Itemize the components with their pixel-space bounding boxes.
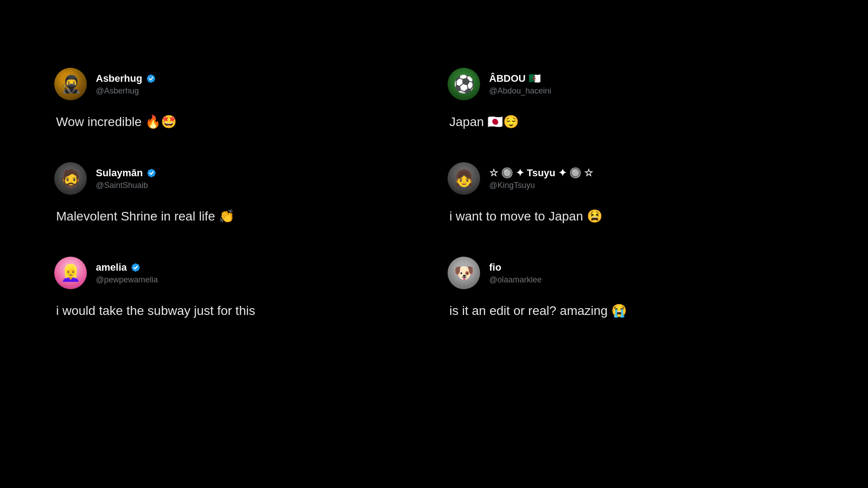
- comment-block-tsuyu: ☆ 🔘 ✦ Tsuyu ✦ 🔘 ☆ @KingTsuyu i want to m…: [439, 149, 832, 243]
- user-info: amelia @pewpewamelia: [96, 262, 158, 285]
- avatar: [448, 68, 480, 100]
- handle: @Asberhug: [96, 86, 156, 96]
- username-row: amelia: [96, 262, 158, 273]
- user-info: Asberhug @Asberhug: [96, 73, 156, 96]
- username: ÂBDOU 🇩🇿: [489, 73, 541, 84]
- comment-header: ÂBDOU 🇩🇿 @Abdou_haceini: [448, 68, 805, 100]
- username: Asberhug: [96, 73, 142, 84]
- username: fio: [489, 262, 501, 273]
- username-row: ☆ 🔘 ✦ Tsuyu ✦ 🔘 ☆: [489, 167, 593, 179]
- avatar: [448, 162, 480, 195]
- comment-text: Malevolent Shrine in real life 👏: [54, 207, 411, 225]
- avatar: [54, 162, 87, 195]
- verified-badge: [131, 263, 141, 272]
- avatar: [54, 68, 87, 100]
- handle: @SaintShuaib: [96, 181, 156, 190]
- comment-block-fio: fio @olaamarklee is it an edit or real? …: [439, 243, 832, 338]
- comment-block-abdou: ÂBDOU 🇩🇿 @Abdou_haceini Japan 🇯🇵😌: [439, 54, 832, 149]
- username-row: ÂBDOU 🇩🇿: [489, 73, 551, 84]
- comment-header: fio @olaamarklee: [448, 257, 805, 289]
- comment-header: Asberhug @Asberhug: [54, 68, 411, 100]
- username: ☆ 🔘 ✦ Tsuyu ✦ 🔘 ☆: [489, 167, 593, 179]
- right-column: ÂBDOU 🇩🇿 @Abdou_haceini Japan 🇯🇵😌 ☆ 🔘 ✦ …: [439, 54, 832, 338]
- verified-badge: [146, 168, 156, 178]
- comment-block-asberhug: Asberhug @Asberhug Wow incredible 🔥🤩: [45, 54, 439, 149]
- username-row: Asberhug: [96, 73, 156, 84]
- handle: @Abdou_haceini: [489, 86, 551, 96]
- comment-block-amelia: amelia @pewpewamelia i would take the su…: [45, 243, 439, 338]
- avatar: [54, 257, 87, 289]
- comment-text: Wow incredible 🔥🤩: [54, 113, 411, 131]
- handle: @pewpewamelia: [96, 275, 158, 285]
- username-row: Sulaymān: [96, 167, 156, 179]
- comments-grid: Asberhug @Asberhug Wow incredible 🔥🤩: [0, 0, 868, 374]
- user-info: ÂBDOU 🇩🇿 @Abdou_haceini: [489, 73, 551, 96]
- verified-badge: [146, 74, 156, 84]
- user-info: ☆ 🔘 ✦ Tsuyu ✦ 🔘 ☆ @KingTsuyu: [489, 167, 593, 190]
- comment-text: is it an edit or real? amazing 😭: [448, 302, 805, 319]
- left-column: Asberhug @Asberhug Wow incredible 🔥🤩: [45, 54, 439, 338]
- comment-header: ☆ 🔘 ✦ Tsuyu ✦ 🔘 ☆ @KingTsuyu: [448, 162, 805, 195]
- comment-text: i would take the subway just for this: [54, 302, 411, 319]
- user-info: Sulaymān @SaintShuaib: [96, 167, 156, 190]
- user-info: fio @olaamarklee: [489, 262, 542, 285]
- comment-text: i want to move to Japan 😫: [448, 207, 805, 225]
- comment-header: Sulaymān @SaintShuaib: [54, 162, 411, 195]
- comment-block-sulayma: Sulaymān @SaintShuaib Malevolent Shrine …: [45, 149, 439, 243]
- avatar: [448, 257, 480, 289]
- comment-text: Japan 🇯🇵😌: [448, 113, 805, 131]
- username: amelia: [96, 262, 127, 273]
- handle: @KingTsuyu: [489, 181, 593, 190]
- username-row: fio: [489, 262, 542, 273]
- handle: @olaamarklee: [489, 275, 542, 285]
- username: Sulaymān: [96, 167, 143, 179]
- comment-header: amelia @pewpewamelia: [54, 257, 411, 289]
